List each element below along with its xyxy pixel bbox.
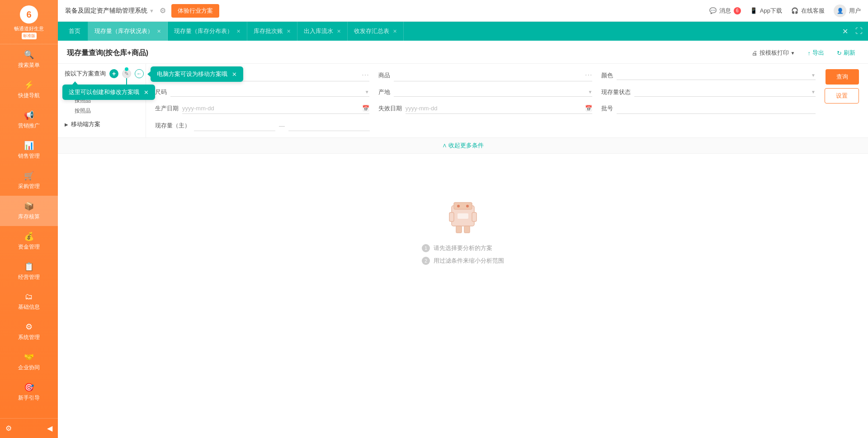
search-nav-icon: 🔍 xyxy=(24,50,34,60)
system-name-select[interactable]: 装备及固定资产辅助管理系统 ▼ xyxy=(65,7,154,15)
tab-close-inout-flow[interactable]: ✕ xyxy=(337,28,341,34)
tab-inout-flow[interactable]: 出入库流水 ✕ xyxy=(297,22,348,41)
printer-icon: 🖨 xyxy=(752,50,758,57)
sidebar-item-search[interactable]: 🔍 搜索菜单 xyxy=(0,44,58,75)
expire-date-label: 失效日期 xyxy=(378,104,402,113)
app-logo-icon: 6 xyxy=(20,5,38,24)
stock-status-label: 现存量状态 xyxy=(601,88,631,96)
range-separator: — xyxy=(279,122,285,129)
tab-inventory-status[interactable]: 现存量（库存状况表） ✕ xyxy=(88,22,168,41)
prod-date-label: 生产日期 xyxy=(155,104,179,113)
empty-state: 1 请先选择要分析的方案 2 用过滤条件来缩小分析范围 xyxy=(58,154,868,301)
svg-rect-8 xyxy=(458,213,468,219)
color-select[interactable]: ▼ xyxy=(617,71,816,80)
system-icon: ⚙ xyxy=(25,322,33,332)
tab-receive-summary[interactable]: 收发存汇总表 ✕ xyxy=(348,22,404,41)
settings-bottom-icon[interactable]: ⚙ xyxy=(5,424,12,433)
prod-date-placeholder: yyyy-mm-dd xyxy=(182,105,214,112)
sidebar-item-inventory[interactable]: 📦 库存核算 xyxy=(0,196,58,226)
search-button[interactable]: 查询 xyxy=(826,69,859,85)
tab-close-batch-account[interactable]: ✕ xyxy=(287,28,291,34)
tab-fullscreen-icon[interactable]: ⛶ xyxy=(854,25,864,37)
sidebar-item-base[interactable]: 🗂 基础信息 xyxy=(0,287,58,316)
tooltip-edit-top-arrow xyxy=(72,81,78,85)
app-badge: 标准版 xyxy=(22,33,37,39)
stock-main-label: 现存量（主） xyxy=(155,122,190,130)
goods-select[interactable]: ··· xyxy=(394,69,593,81)
collapse-up-icon: ∧ xyxy=(442,142,449,149)
mobile-scheme-toggle[interactable]: ▶ 移动端方案 xyxy=(65,119,146,130)
svg-rect-1 xyxy=(454,203,472,209)
sidebar-item-purchase[interactable]: 🛒 采购管理 xyxy=(0,165,58,196)
trial-button[interactable]: 体验行业方案 xyxy=(171,4,219,18)
filter-row-1: 仓库 ··· 商品 ··· xyxy=(155,69,816,81)
sidebar-item-finance[interactable]: 💰 资金管理 xyxy=(0,226,58,256)
sidebar-item-system[interactable]: ⚙ 系统管理 xyxy=(0,316,58,347)
export-btn[interactable]: ↑ 导出 xyxy=(804,47,828,59)
back-scheme-btn[interactable]: ← xyxy=(135,69,144,78)
refresh-btn[interactable]: ↻ 刷新 xyxy=(833,47,859,59)
scheme-child-2[interactable]: 按照品 xyxy=(72,106,146,116)
tab-inventory-dist[interactable]: 现存量（库存分布表） ✕ xyxy=(168,22,247,41)
message-action[interactable]: 💬 消息 6 xyxy=(709,7,741,15)
app-name: 畅通道好生意 xyxy=(14,25,44,32)
sidebar-nav: 🔍 搜索菜单 ⚡ 快捷导航 📢 营销推广 📊 销售管理 🛒 采购管理 📦 库存核… xyxy=(0,44,58,418)
system-name: 装备及固定资产辅助管理系统 xyxy=(65,7,147,15)
filter-row-4: 现存量（主） — xyxy=(155,120,816,131)
collapse-bar[interactable]: ∧ 收起更多条件 xyxy=(58,137,868,153)
origin-label: 产地 xyxy=(378,88,390,96)
tab-home[interactable]: 首页 xyxy=(61,22,88,41)
header-left: 装备及固定资产辅助管理系统 ▼ ⚙ 体验行业方案 xyxy=(65,4,219,18)
tooltip-edit-close[interactable]: ✕ xyxy=(144,89,149,96)
stock-main-min-input[interactable] xyxy=(194,120,275,131)
origin-arrow-icon: ▼ xyxy=(588,89,592,94)
page-header: 现存量查询(按仓库+商品) 🖨 按模板打印 ▼ ↑ 导出 ↻ 刷新 xyxy=(58,41,868,64)
expire-date-input[interactable]: yyyy-mm-dd 📅 xyxy=(406,103,593,114)
header-right: 💬 消息 6 📱 App下载 🎧 在线客服 👤 用户 xyxy=(709,5,861,17)
collapse-sidebar-icon[interactable]: ◀ xyxy=(47,424,52,433)
filter-title: 按以下方案查询 xyxy=(65,70,106,78)
batch-input[interactable] xyxy=(617,103,816,114)
origin-select[interactable]: ▼ xyxy=(394,88,593,97)
filter-row-2: 尺码 ▼ 产地 ▼ xyxy=(155,88,816,97)
sales-icon: 📊 xyxy=(24,141,34,151)
mobile-arrow-icon: ▶ xyxy=(65,122,68,127)
scheme-panel: 按以下方案查询 + ✎ ← xyxy=(58,64,146,137)
tab-batch-account[interactable]: 库存批次账 ✕ xyxy=(247,22,297,41)
stock-status-select[interactable]: ▼ xyxy=(634,88,816,97)
sidebar-item-operations[interactable]: 📋 经营管理 xyxy=(0,256,58,287)
sidebar-item-nav[interactable]: ⚡ 快捷导航 xyxy=(0,75,58,105)
guide-icon: 🎯 xyxy=(24,382,34,392)
online-service-action[interactable]: 🎧 在线客服 xyxy=(791,7,825,15)
print-btn[interactable]: 🖨 按模板打印 ▼ xyxy=(748,47,799,59)
edit-dot-indicator xyxy=(125,67,128,71)
empty-step-2: 2 用过滤条件来缩小分析范围 xyxy=(422,257,504,265)
sidebar-item-marketing[interactable]: 📢 营销推广 xyxy=(0,105,58,135)
reset-button[interactable]: 设置 xyxy=(825,88,859,104)
filter-container: 按以下方案查询 + ✎ ← xyxy=(58,64,868,154)
prod-date-input[interactable]: yyyy-mm-dd 📅 xyxy=(182,103,369,114)
filter-stock-status: 现存量状态 ▼ xyxy=(601,88,816,97)
stock-main-max-input[interactable] xyxy=(288,120,370,131)
batch-label: 批号 xyxy=(601,104,613,113)
add-scheme-btn[interactable]: + xyxy=(109,69,118,78)
tab-close-inventory-status[interactable]: ✕ xyxy=(157,28,161,34)
tab-close-inventory-dist[interactable]: ✕ xyxy=(236,28,241,34)
sidebar-item-guide[interactable]: 🎯 新手引导 xyxy=(0,377,58,407)
size-label: 尺码 xyxy=(155,88,167,96)
app-download-action[interactable]: 📱 App下载 xyxy=(750,7,782,15)
size-select[interactable]: ▼ xyxy=(170,88,369,97)
filter-fields: 仓库 ··· 商品 ··· xyxy=(146,64,825,137)
tab-close-receive-summary[interactable]: ✕ xyxy=(393,28,397,34)
page-actions: 🖨 按模板打印 ▼ ↑ 导出 ↻ 刷新 xyxy=(748,47,859,59)
user-action[interactable]: 👤 用户 xyxy=(834,5,861,17)
tooltip-scheme-close[interactable]: ✕ xyxy=(232,71,237,78)
sidebar-item-sales[interactable]: 📊 销售管理 xyxy=(0,135,58,165)
tab-bar-actions: ✕ ⛶ xyxy=(840,25,864,38)
tab-close-all-icon[interactable]: ✕ xyxy=(840,25,850,38)
tooltip-scheme-left-arrow xyxy=(147,71,151,77)
export-icon: ↑ xyxy=(808,50,811,57)
settings-icon[interactable]: ⚙ xyxy=(160,6,166,15)
sidebar-item-enterprise[interactable]: 🤝 企业协同 xyxy=(0,347,58,377)
marketing-icon: 📢 xyxy=(24,110,34,120)
